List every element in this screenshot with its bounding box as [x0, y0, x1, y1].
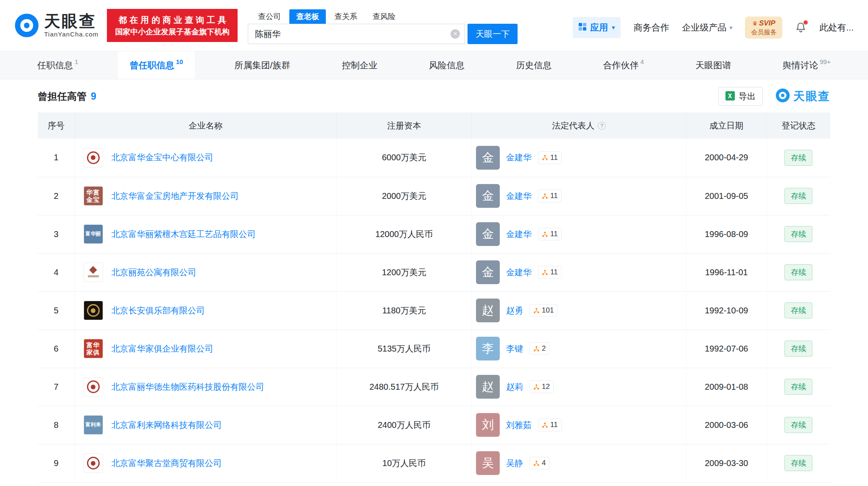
notifications-button[interactable] — [795, 22, 806, 33]
company-name-link[interactable]: 北京富丽华德生物医药科技股份有限公司 — [112, 381, 264, 393]
company-name-link[interactable]: 北京富华聚古堂商贸有限公司 — [112, 458, 222, 469]
page-tab[interactable]: 任职信息 1 — [25, 51, 90, 79]
related-companies-badge[interactable]: 11 — [538, 151, 562, 164]
registered-capital: 2400万人民币 — [336, 406, 471, 444]
registered-capital: 10万人民币 — [336, 444, 471, 482]
section-title: 曾担任高管 — [38, 90, 87, 103]
legal-rep-avatar[interactable]: 赵 — [476, 375, 500, 399]
search-type-tab[interactable]: 查关系 — [328, 9, 364, 24]
company-logo[interactable]: 富利来 — [84, 415, 103, 435]
legal-rep-link[interactable]: 金建华 — [506, 229, 532, 240]
companies-table: 序号 企业名称 注册资本 法定代表人 ? 成立日期 登记状态 1 — [38, 112, 830, 483]
search-button[interactable]: 天眼一下 — [468, 24, 518, 44]
related-companies-badge[interactable]: 11 — [538, 190, 562, 202]
company-logo[interactable]: 富华家俱 — [84, 339, 103, 358]
company-logo[interactable]: 华富金宝 — [84, 186, 103, 206]
company-logo[interactable] — [84, 453, 103, 473]
table-row: 5 北京长安俱乐部有限公司 1180万美元 赵 赵勇 — [38, 291, 830, 330]
tianyancha-watermark: 天眼查 — [776, 88, 830, 104]
search-type-tabs: 查公司 查老板 查关系 查风险 — [248, 9, 519, 24]
page-tab[interactable]: 所属集团/族群 — [223, 51, 302, 79]
establish-date: 1992-07-06 — [686, 330, 767, 368]
establish-date: 2000-03-06 — [686, 406, 767, 444]
legal-rep-avatar[interactable]: 李 — [476, 337, 500, 360]
row-index: 5 — [38, 291, 75, 330]
svip-member-button[interactable]: ♛ SVIP 会员服务 — [745, 17, 782, 39]
legal-rep-link[interactable]: 李键 — [506, 343, 523, 355]
legal-rep-avatar[interactable]: 金 — [476, 222, 500, 246]
company-name-link[interactable]: 北京富利来网络科技有限公司 — [112, 419, 222, 431]
business-cooperation-link[interactable]: 商务合作 — [633, 22, 669, 34]
status-badge: 存续 — [784, 302, 812, 318]
page-tab[interactable]: 合作伙伴 4 — [591, 51, 656, 79]
status-badge: 存续 — [784, 417, 812, 433]
legal-rep-avatar[interactable]: 金 — [476, 146, 500, 170]
page-tab[interactable]: 天眼图谱 — [683, 51, 743, 79]
page-tab[interactable]: 历史信息 — [504, 51, 563, 79]
related-companies-badge[interactable]: 11 — [538, 419, 562, 431]
brand-domain: TianYanCha.com — [44, 31, 98, 38]
legal-rep-avatar[interactable]: 金 — [476, 184, 500, 208]
company-name-link[interactable]: 北京长安俱乐部有限公司 — [112, 305, 205, 316]
status-badge: 存续 — [784, 264, 812, 280]
related-companies-badge[interactable]: 4 — [529, 457, 549, 469]
company-logo[interactable] — [84, 377, 103, 397]
legal-rep-avatar[interactable]: 刘 — [476, 413, 500, 437]
export-button[interactable]: 导出 — [718, 87, 763, 106]
row-index: 4 — [38, 253, 75, 291]
main-content: 曾担任高管 9 导出 — [0, 87, 868, 483]
establish-date: 2009-01-08 — [686, 368, 767, 406]
brand-name: 天眼查 — [44, 13, 98, 30]
related-companies-badge[interactable]: 11 — [538, 266, 562, 279]
legal-rep-link[interactable]: 吴静 — [506, 458, 523, 469]
company-name-link[interactable]: 北京华富金宝房地产开发有限公司 — [112, 190, 239, 202]
header-index: 序号 — [38, 112, 75, 139]
company-name-link[interactable]: 北京富华家俱企业有限公司 — [112, 343, 213, 355]
company-logo[interactable] — [84, 263, 103, 282]
legal-rep-link[interactable]: 金建华 — [506, 152, 532, 163]
related-companies-badge[interactable]: 11 — [538, 228, 562, 240]
establish-date: 1996-11-01 — [686, 253, 767, 291]
section-count: 9 — [91, 91, 96, 102]
company-name-link[interactable]: 北京富华丽紫檀木宫廷工艺品有限公司 — [112, 229, 256, 240]
page-tab[interactable]: 风险信息 — [417, 51, 476, 79]
header-date: 成立日期 — [686, 112, 767, 139]
legal-rep-avatar[interactable]: 吴 — [476, 451, 500, 475]
establish-date: 2001-09-05 — [686, 177, 767, 215]
tianyancha-logo[interactable]: 天眼查 TianYanCha.com — [14, 13, 98, 38]
legal-rep-link[interactable]: 赵莉 — [506, 381, 523, 393]
related-companies-badge[interactable]: 2 — [529, 342, 549, 355]
related-companies-count: 4 — [542, 459, 546, 467]
legal-rep-link[interactable]: 金建华 — [506, 267, 532, 278]
company-logo[interactable] — [84, 148, 103, 168]
table-row: 8 富利来 北京富利来网络科技有限公司 2400万人民币 刘 刘雅茹 — [38, 406, 830, 444]
user-account-entry[interactable]: 此处有... — [819, 22, 854, 34]
registered-capital: 12000万人民币 — [336, 215, 471, 253]
search-type-tab[interactable]: 查公司 — [251, 9, 288, 24]
related-companies-badge[interactable]: 101 — [529, 304, 557, 317]
search-type-tab[interactable]: 查风险 — [366, 9, 402, 24]
company-logo[interactable] — [84, 301, 103, 320]
company-logo[interactable]: 富华丽 — [84, 224, 103, 244]
apps-menu[interactable]: 应用 ▾ — [573, 17, 621, 38]
legal-rep-avatar[interactable]: 金 — [476, 260, 500, 284]
page-tab[interactable]: 控制企业 — [330, 51, 389, 79]
legal-rep-avatar[interactable]: 赵 — [476, 299, 500, 322]
table-row: 9 北京富华聚古堂商贸有限公司 10万人民币 吴 吴静 — [38, 444, 830, 482]
apps-grid-icon — [579, 23, 586, 32]
page-tab[interactable]: 舆情讨论 99+ — [770, 51, 842, 79]
page-tab[interactable]: 曾任职信息 10 — [118, 51, 195, 79]
search-type-tab[interactable]: 查老板 — [289, 9, 326, 24]
enterprise-products-menu[interactable]: 企业级产品 ▾ — [682, 22, 732, 34]
company-name-link[interactable]: 北京富华金宝中心有限公司 — [112, 152, 213, 163]
legal-rep-link[interactable]: 赵勇 — [506, 305, 523, 316]
related-companies-badge[interactable]: 12 — [529, 380, 554, 393]
company-name-link[interactable]: 北京丽苑公寓有限公司 — [112, 267, 196, 278]
help-icon[interactable]: ? — [598, 122, 606, 130]
legal-rep-link[interactable]: 刘雅茹 — [506, 419, 532, 431]
registered-capital: 6000万美元 — [336, 139, 471, 177]
search-input[interactable] — [248, 24, 465, 44]
tianyancha-watermark-icon — [776, 88, 790, 104]
legal-rep-link[interactable]: 金建华 — [506, 190, 532, 202]
row-index: 1 — [38, 139, 75, 177]
